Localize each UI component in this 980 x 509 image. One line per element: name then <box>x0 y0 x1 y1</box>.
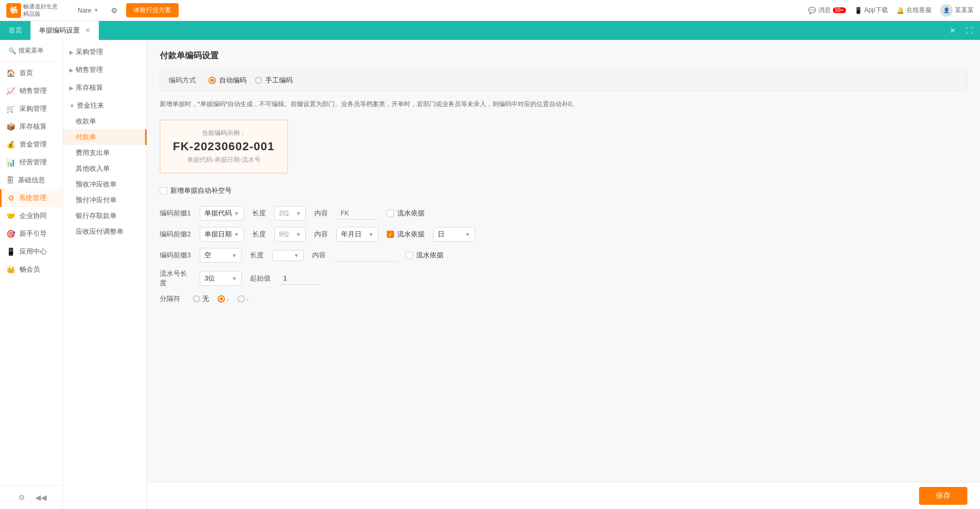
sidebar-item-appcenter[interactable]: 📱 应用中心 <box>0 243 63 261</box>
user-menu-button[interactable]: 👤 某某某 <box>940 4 974 17</box>
sidebar-item-base[interactable]: 🗄 基础信息 <box>0 171 63 189</box>
prefix1-watermark-checkbox[interactable]: 流水依据 <box>387 209 425 218</box>
tab-close-icon[interactable]: ✕ <box>85 27 90 34</box>
separator-dash[interactable]: · <box>238 295 249 303</box>
prefix3-length-label: 长度 <box>250 251 264 260</box>
new-doc-checkbox-box <box>160 187 167 194</box>
footer-bar: 保存 <box>147 482 980 509</box>
header-settings-button[interactable]: ⚙ <box>107 3 122 18</box>
sub-group-sales-header[interactable]: ▶ 销售管理 <box>63 62 147 78</box>
sidebar-item-finance[interactable]: 💰 资金管理 <box>0 136 63 153</box>
preview-desc: 单据代码-单据日期-流水号 <box>173 155 275 164</box>
search-icon: 🔍 <box>8 47 16 55</box>
prefix1-length-select[interactable]: 2位 ▼ <box>274 206 306 221</box>
sales-icon: 📈 <box>6 87 15 95</box>
messages-button[interactable]: 💬 消息 99+ <box>808 6 846 15</box>
message-icon: 💬 <box>808 7 816 14</box>
prefix2-length-select[interactable]: 8位 ▼ <box>274 227 306 242</box>
sub-item-payment[interactable]: 付款单 <box>63 129 147 145</box>
logo-text: 畅通道好生意 精品版 <box>23 3 58 17</box>
appcenter-icon: 📱 <box>6 247 15 256</box>
tab-bar: 首页 单据编码设置 ✕ ✕ ⛶ <box>0 21 980 40</box>
separator-label: 分隔符 <box>160 294 180 304</box>
code-preview-box: 当前编码示例： FK-20230602-001 单据代码-单据日期-流水号 <box>160 120 288 173</box>
serial-row: 流水号长度 3位 ▼ 起始值 <box>160 269 967 288</box>
serial-start-input[interactable] <box>279 272 321 285</box>
finance-icon: 💰 <box>6 140 15 149</box>
tab-home[interactable]: 首页 <box>0 21 30 40</box>
prefix2-value-select[interactable]: 单据日期 ▼ <box>200 227 244 242</box>
separator-dot-radio <box>218 295 225 303</box>
app-download-button[interactable]: 📱 App下载 <box>854 6 888 15</box>
sub-group-finance-header[interactable]: ▼ 资金往来 <box>63 98 147 113</box>
company-name: Nare <box>78 7 91 14</box>
sidebar-item-member[interactable]: 👑 畅会员 <box>0 261 63 278</box>
prefix2-content-label: 内容 <box>314 230 328 239</box>
chevron-down-icon: ▼ <box>296 211 301 216</box>
prefix2-content-select[interactable]: 年月日 ▼ <box>336 227 378 242</box>
logo-icon: 畅 <box>6 3 21 18</box>
sub-item-advance-receivable[interactable]: 预收冲应收单 <box>63 176 147 192</box>
new-doc-auto-fill-checkbox[interactable]: 新增单据自动补空号 <box>160 186 967 195</box>
separator-dash-label: · <box>247 295 249 303</box>
sidebar-item-inventory[interactable]: 📦 库存核算 <box>0 118 63 136</box>
separator-dot-label: · <box>227 295 229 303</box>
sidebar-item-newguide[interactable]: 🎯 新手引导 <box>0 225 63 243</box>
sub-item-adjustment[interactable]: 应收应付调整单 <box>63 224 147 240</box>
separator-dot[interactable]: · <box>218 295 229 303</box>
manual-encoding-radio[interactable]: 手工编码 <box>255 76 293 85</box>
sub-item-advance-payable[interactable]: 预付冲应付单 <box>63 192 147 208</box>
prefix2-cycle-select[interactable]: 日 ▼ <box>433 227 475 242</box>
prefix3-value-select[interactable]: 空 ▼ <box>200 248 242 263</box>
auto-encoding-radio[interactable]: 自动编码 <box>209 76 246 85</box>
info-text: 新增单据时，*单据编码*自动生成，不可编辑。前缀设置为部门、业务员等档案类，开单… <box>160 99 967 109</box>
sidebar-item-sales[interactable]: 📈 销售管理 <box>0 82 63 100</box>
encoding-method-bar: 编码方式 自动编码 手工编码 <box>160 70 967 91</box>
service-icon: 🔔 <box>896 7 904 14</box>
prefix3-length-select[interactable]: ▼ <box>272 250 304 261</box>
enterprise-icon: 🤝 <box>6 212 15 220</box>
sub-group-inventory: ▶ 库存核算 <box>63 80 147 96</box>
tab-minimize-button[interactable]: ✕ <box>946 24 959 37</box>
sub-group-inventory-header[interactable]: ▶ 库存核算 <box>63 80 147 96</box>
separator-none[interactable]: 无 <box>193 294 209 304</box>
sub-item-bank[interactable]: 银行存取款单 <box>63 208 147 224</box>
sub-sidebar: ▶ 采购管理 ▶ 销售管理 ▶ 库存核算 ▼ 资金往来 收款单 <box>63 40 147 509</box>
prefix2-watermark-checkbox[interactable]: ✓ 流水依据 <box>387 230 425 239</box>
company-selector[interactable]: Nare ▼ <box>74 5 103 16</box>
tab-encoding-settings[interactable]: 单据编码设置 ✕ <box>30 21 99 40</box>
sidebar-collapse-button[interactable]: ◀◀ <box>34 490 48 505</box>
expand-arrow-icon: ▼ <box>69 103 75 109</box>
new-doc-auto-fill-label: 新增单据自动补空号 <box>170 186 232 195</box>
online-service-button[interactable]: 🔔 在线客服 <box>896 6 932 15</box>
prefix3-watermark-checkbox[interactable]: 流水依据 <box>406 251 443 260</box>
separator-options: 无 · · <box>193 294 249 304</box>
chevron-down-icon: ▼ <box>294 253 299 258</box>
sidebar-item-home[interactable]: 🏠 首页 <box>0 64 63 82</box>
sidebar-item-system[interactable]: ⚙ 系统管理 <box>0 189 63 207</box>
sub-item-receipt[interactable]: 收款单 <box>63 113 147 129</box>
encoding-form: 编码前缀1 单据代码 ▼ 长度 2位 ▼ 内容 流水依据 <box>160 206 967 304</box>
trial-button[interactable]: 体验行业方案 <box>126 3 179 17</box>
sub-group-sales: ▶ 销售管理 <box>63 62 147 78</box>
serial-length-select[interactable]: 3位 ▼ <box>200 271 242 286</box>
sidebar-item-operations[interactable]: 📊 经营管理 <box>0 153 63 171</box>
sidebar-settings-button[interactable]: ⚙ <box>15 490 29 505</box>
prefix3-content-input[interactable] <box>334 249 397 262</box>
sidebar-nav: 🏠 首页 📈 销售管理 🛒 采购管理 📦 库存核算 💰 资金管理 📊 经 <box>0 62 63 485</box>
chevron-down-icon: ▼ <box>94 7 99 13</box>
encoding-method-radio-group: 自动编码 手工编码 <box>209 76 293 85</box>
newguide-icon: 🎯 <box>6 230 15 238</box>
sub-group-purchase-header[interactable]: ▶ 采购管理 <box>63 44 147 60</box>
sub-item-other-income[interactable]: 其他收入单 <box>63 161 147 176</box>
sidebar-search-button[interactable]: 🔍 搜索菜单 <box>4 44 58 57</box>
prefix1-content-input[interactable] <box>336 207 378 220</box>
save-button[interactable]: 保存 <box>919 487 967 505</box>
sidebar-item-enterprise[interactable]: 🤝 企业协同 <box>0 207 63 225</box>
prefix1-value-select[interactable]: 单据代码 ▼ <box>200 206 244 221</box>
prefix1-length-label: 长度 <box>252 209 266 218</box>
sub-item-expense[interactable]: 费用支出单 <box>63 145 147 161</box>
tab-maximize-button[interactable]: ⛶ <box>963 24 976 37</box>
sidebar-item-purchase[interactable]: 🛒 采购管理 <box>0 100 63 118</box>
prefix2-checkbox-box: ✓ <box>387 231 394 238</box>
